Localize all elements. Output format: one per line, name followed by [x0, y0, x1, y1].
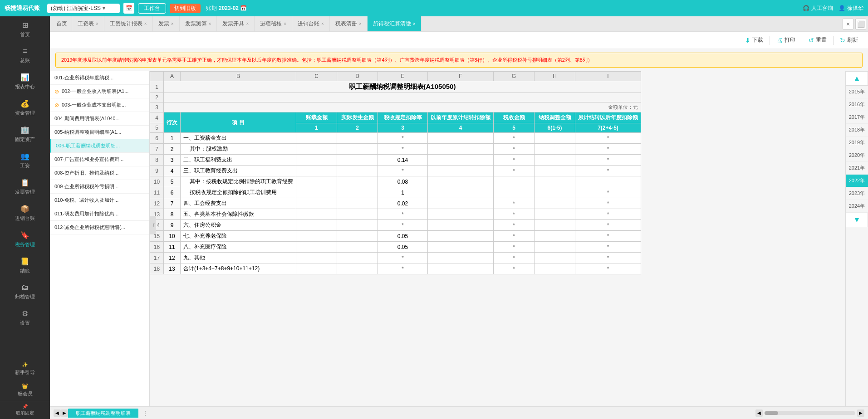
sidebar-item-guide[interactable]: ✨ 新手引导 — [0, 358, 50, 380]
c2-10[interactable] — [337, 231, 378, 242]
hang-13[interactable]: 13 — [164, 263, 181, 274]
tab-income-tax-close[interactable]: × — [413, 21, 416, 26]
tab-input-audit[interactable]: 进项稽核 × — [255, 16, 292, 31]
c6-1[interactable] — [535, 133, 575, 144]
c6-10[interactable] — [535, 231, 575, 242]
tab-invoice[interactable]: 发票 × — [153, 16, 180, 31]
tab-invoice-issue[interactable]: 发票开具 × — [217, 16, 255, 31]
year-2018[interactable]: 2018年 — [846, 124, 868, 136]
hang-11[interactable]: 11 — [164, 242, 181, 253]
sidebar-item-reports[interactable]: 📊 报表中心 — [0, 68, 50, 95]
workbench-button[interactable]: 工作台 — [138, 3, 166, 14]
c2-11[interactable] — [337, 242, 378, 253]
tab-ledger-close[interactable]: × — [321, 21, 324, 26]
year-2023[interactable]: 2023年 — [846, 187, 868, 200]
c2-1[interactable] — [337, 133, 378, 144]
c6-7[interactable] — [535, 198, 575, 209]
c6-2[interactable] — [535, 144, 575, 155]
form-list-item-010[interactable]: 010-免税、减计收入及加计... — [50, 194, 149, 207]
hang-8[interactable]: 8 — [164, 209, 181, 220]
form-list-item-004[interactable]: 004-期间费用明细表(A1040... — [50, 112, 149, 126]
year-2017[interactable]: 2017年 — [846, 111, 868, 124]
tab-tax-register[interactable]: 税表清册 × — [330, 16, 368, 31]
xiangmu-5[interactable]: 其中：按税收规定比例扣除的职工教育经费 — [181, 176, 296, 187]
c1-8[interactable] — [296, 209, 337, 220]
c1-5[interactable] — [296, 176, 337, 187]
c6-8[interactable] — [535, 209, 575, 220]
c1-1[interactable] — [296, 133, 337, 144]
hang-10[interactable]: 10 — [164, 231, 181, 242]
year-2015[interactable]: 2015年 — [846, 86, 868, 98]
tab-home[interactable]: 首页 — [52, 16, 72, 31]
year-2024[interactable]: 2024年 — [846, 200, 868, 213]
year-down-btn[interactable]: ▼ — [846, 213, 868, 227]
sheet-options-btn[interactable]: ⋮ — [142, 409, 148, 417]
c4-9[interactable] — [428, 220, 494, 231]
sidebar-item-finance[interactable]: 💰 资金管理 — [0, 95, 50, 121]
c1-7[interactable] — [296, 198, 337, 209]
c6-13[interactable] — [535, 263, 575, 274]
c4-1[interactable] — [428, 133, 494, 144]
xiangmu-2[interactable]: 其中：股权激励 — [181, 144, 296, 155]
c1-11[interactable] — [296, 242, 337, 253]
tab-salary-report[interactable]: 工资统计报表 × — [104, 16, 153, 31]
c4-5[interactable] — [428, 176, 494, 187]
sheet-scroll-right[interactable]: ▶ — [61, 409, 68, 417]
tab-expand-btn[interactable]: ⬜ — [855, 19, 866, 29]
year-2016[interactable]: 2016年 — [846, 98, 868, 111]
c2-7[interactable] — [337, 198, 378, 209]
year-2019[interactable]: 2019年 — [846, 136, 868, 149]
c4-3[interactable] — [428, 155, 494, 166]
c2-12[interactable] — [337, 253, 378, 263]
sidebar-item-tax[interactable]: 🔖 税务管理 — [0, 226, 50, 253]
c1-12[interactable] — [296, 253, 337, 263]
sidebar-item-vip[interactable]: 👑 畅会员 — [0, 380, 50, 401]
c3-3[interactable]: 0.14 — [378, 155, 428, 166]
sidebar-item-home[interactable]: ⊞ 首页 — [0, 16, 50, 43]
tab-salary-close[interactable]: × — [96, 21, 98, 26]
tab-invoice-issue-close[interactable]: × — [246, 21, 249, 26]
sidebar-item-archive[interactable]: 🗂 归档管理 — [0, 279, 50, 305]
tab-salary[interactable]: 工资表 × — [72, 16, 104, 31]
year-2021[interactable]: 2021年 — [846, 162, 868, 175]
user-service[interactable]: 🎧 人工客询 — [803, 5, 833, 12]
c2-4[interactable] — [337, 166, 378, 176]
c6-9[interactable] — [535, 220, 575, 231]
sidebar-item-close[interactable]: 📒 结账 — [0, 253, 50, 279]
spreadsheet-container[interactable]: A B C D E F G H I — [150, 71, 845, 406]
c2-2[interactable] — [337, 144, 378, 155]
c6-6[interactable] — [535, 187, 575, 198]
switch-version-button[interactable]: 切到旧版 — [170, 4, 201, 13]
sidebar-item-salary[interactable]: 👥 工资 — [0, 147, 50, 174]
hang-4[interactable]: 4 — [164, 166, 181, 176]
xiangmu-10[interactable]: 七、补充养老保险 — [181, 231, 296, 242]
c2-13[interactable] — [337, 263, 378, 274]
hang-7[interactable]: 7 — [164, 198, 181, 209]
tab-invoice-calc[interactable]: 发票测算 × — [180, 16, 217, 31]
xiangmu-9[interactable]: 六、住房公积金 — [181, 220, 296, 231]
hang-5[interactable]: 5 — [164, 176, 181, 187]
c3-5[interactable]: 0.08 — [378, 176, 428, 187]
c6-12[interactable] — [535, 253, 575, 263]
c6-3[interactable] — [535, 155, 575, 166]
xiangmu-7[interactable]: 四、工会经费支出 — [181, 198, 296, 209]
xiangmu-13[interactable]: 合计(1+3+4+7+8+9+10+11+12) — [181, 263, 296, 274]
c2-8[interactable] — [337, 209, 378, 220]
tab-salary-report-close[interactable]: × — [144, 21, 147, 26]
c3-7[interactable]: 0.02 — [378, 198, 428, 209]
c4-12[interactable] — [428, 253, 494, 263]
c4-8[interactable] — [428, 209, 494, 220]
c4-4[interactable] — [428, 166, 494, 176]
xiangmu-1[interactable]: 一、工资薪金支出 — [181, 133, 296, 144]
form-list-item-002[interactable]: ⊘ 002-一般企业收入明细表(A1... — [50, 85, 149, 98]
c1-13[interactable] — [296, 263, 337, 274]
year-2020[interactable]: 2020年 — [846, 149, 868, 162]
sidebar-item-settings[interactable]: ⚙ 设置 — [0, 305, 50, 331]
c4-10[interactable] — [428, 231, 494, 242]
c6-5[interactable] — [535, 176, 575, 187]
hang-12[interactable]: 12 — [164, 253, 181, 263]
sidebar-item-invoice[interactable]: 📋 发票管理 — [0, 174, 50, 200]
form-list-item-001[interactable]: 001-企业所得税年度纳税... — [50, 71, 149, 85]
tab-ledger[interactable]: 进销台账 × — [292, 16, 330, 31]
form-list-item-011[interactable]: 011-研发费用加计扣除优惠... — [50, 207, 149, 221]
